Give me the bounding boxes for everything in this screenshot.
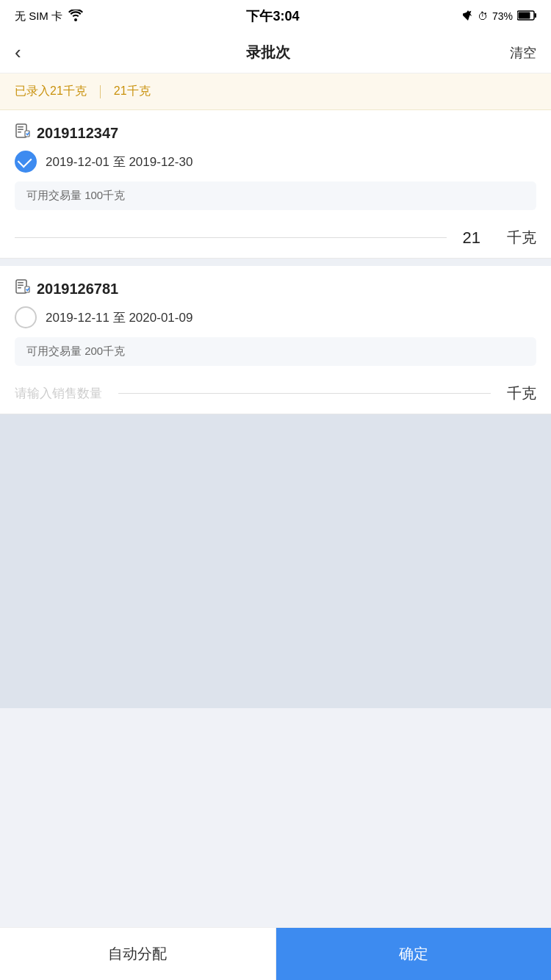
svg-rect-9: [18, 282, 24, 284]
summary-bar: 已录入21千克 21千克: [0, 73, 551, 110]
qty-value-1: 21: [463, 228, 480, 248]
svg-rect-5: [18, 129, 24, 131]
qty-row-1: 21 千克: [0, 220, 551, 259]
svg-rect-1: [534, 13, 536, 18]
nav-bar: ‹ 录批次 清空: [0, 32, 551, 73]
svg-rect-11: [18, 287, 21, 289]
status-bar: 无 SIM 卡 下午3:04 ⏱ 73%: [0, 0, 551, 32]
avail-box-1: 可用交易量 100千克: [15, 181, 536, 210]
battery-label: 73%: [492, 10, 513, 22]
batch-date-2: 2019-12-11 至 2020-01-09: [46, 309, 192, 326]
status-time: 下午3:04: [246, 7, 299, 25]
wifi-icon: [68, 10, 83, 24]
summary-divider: [100, 85, 101, 98]
batch-radio-2[interactable]: [15, 306, 37, 328]
confirm-button[interactable]: 确定: [276, 928, 552, 980]
svg-rect-6: [18, 131, 21, 133]
input-placeholder-2: 请输入销售数量: [15, 385, 102, 402]
batch-radio-1[interactable]: [15, 151, 37, 173]
summary-value: 21千克: [114, 84, 151, 99]
battery-icon: [517, 10, 536, 23]
auto-distribute-button[interactable]: 自动分配: [0, 928, 276, 980]
avail-box-2: 可用交易量 200千克: [15, 337, 536, 366]
gray-area: [0, 414, 551, 708]
batch-item-1: 2019112347 2019-12-01 至 2019-12-30 可用交易量…: [0, 110, 551, 210]
no-sim-label: 无 SIM 卡: [15, 10, 62, 24]
clear-button[interactable]: 清空: [510, 44, 536, 62]
qty-unit-1: 千克: [507, 228, 536, 248]
batch-number-1: 2019112347: [37, 125, 118, 142]
batch-number-2: 2019126781: [37, 281, 118, 298]
svg-rect-4: [18, 126, 24, 128]
batch-doc-icon-2: [15, 279, 31, 299]
bottom-bar: 自动分配 确定: [0, 927, 551, 980]
status-left: 无 SIM 卡: [15, 10, 83, 24]
batch-header-2: 2019126781: [15, 279, 536, 299]
input-row-2: 请输入销售数量 千克: [0, 376, 551, 414]
batch-date-row-2[interactable]: 2019-12-11 至 2020-01-09: [15, 306, 536, 328]
batch-doc-icon-1: [15, 123, 31, 143]
batch-header-1: 2019112347: [15, 123, 536, 143]
batch-card-2: 2019126781 2019-12-11 至 2020-01-09 可用交易量…: [0, 266, 551, 414]
batch-item-2: 2019126781 2019-12-11 至 2020-01-09 可用交易量…: [0, 266, 551, 366]
batch-date-1: 2019-12-01 至 2019-12-30: [46, 154, 192, 170]
svg-rect-2: [518, 12, 530, 18]
batch-date-row-1[interactable]: 2019-12-01 至 2019-12-30: [15, 151, 536, 173]
status-right: ⏱ 73%: [463, 10, 536, 24]
input-unit-2: 千克: [507, 383, 536, 403]
batch-card-1: 2019112347 2019-12-01 至 2019-12-30 可用交易量…: [0, 110, 551, 259]
recorded-label: 已录入21千克: [15, 84, 87, 99]
location-icon: [463, 10, 473, 24]
alarm-icon: ⏱: [478, 10, 488, 22]
page-title: 录批次: [246, 43, 290, 62]
avail-text-1: 可用交易量 100千克: [26, 189, 125, 201]
back-button[interactable]: ‹: [15, 38, 27, 67]
section-divider: [0, 259, 551, 266]
svg-rect-10: [18, 285, 24, 287]
avail-text-2: 可用交易量 200千克: [26, 345, 125, 357]
content-area: 已录入21千克 21千克 2019112347: [0, 73, 551, 761]
